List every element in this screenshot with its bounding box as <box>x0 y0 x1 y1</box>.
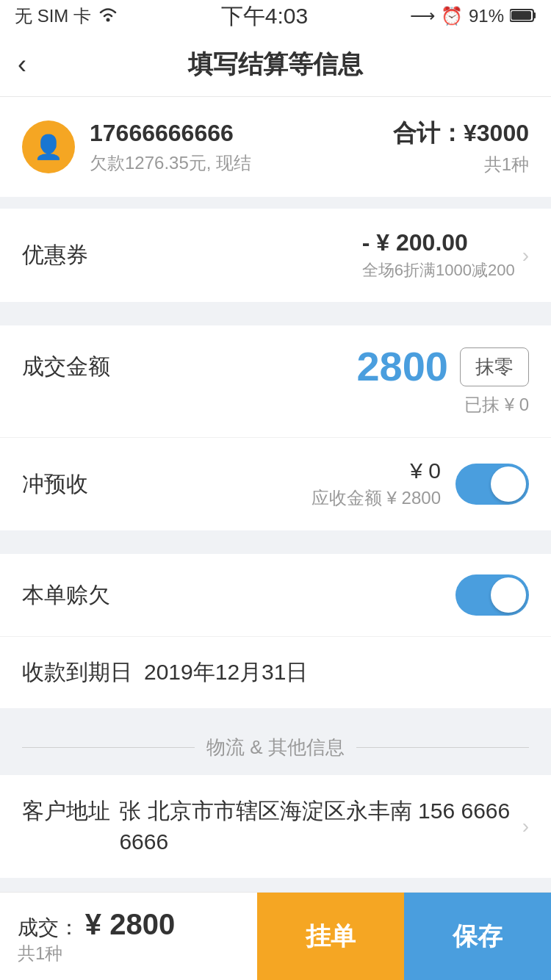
duedate-value: 2019年12月31日 <box>144 657 308 688</box>
customer-info: 17666666666 欠款1276.35元, 现结 <box>90 120 251 175</box>
duedate-section: 收款到期日 2019年12月31日 <box>0 636 551 708</box>
wifi-icon <box>97 6 119 26</box>
battery-percent: 91% <box>469 6 504 26</box>
amount-value: 2800 <box>356 346 448 387</box>
status-left: 无 SIM 卡 <box>15 4 119 28</box>
battery-icon <box>510 6 536 26</box>
separator-1 <box>0 314 551 325</box>
total-count: 共1种 <box>393 153 529 176</box>
precharge-right: ¥ 0 应收金额 ¥ 2800 <box>311 458 529 510</box>
summary-label: 成交： <box>18 916 79 939</box>
amount-label: 成交金额 <box>22 352 110 382</box>
customer-debt: 欠款1276.35元, 现结 <box>90 151 251 175</box>
alarm-icon: ⏰ <box>441 6 463 26</box>
address-label: 客户地址 <box>22 796 101 826</box>
avatar: 👤 <box>22 120 75 173</box>
total-amount: 合计：¥3000 <box>393 118 529 150</box>
svg-rect-3 <box>511 11 531 20</box>
coupon-label: 优惠券 <box>22 240 88 270</box>
logistics-text: 物流 & 其他信息 <box>206 735 345 760</box>
precharge-amount: ¥ 0 应收金额 ¥ 2800 <box>311 458 441 510</box>
precharge-toggle[interactable] <box>455 464 529 505</box>
hold-button[interactable]: 挂单 <box>257 893 404 981</box>
debt-section: 本单赊欠 <box>0 554 551 636</box>
bottom-summary: 成交： ¥ 2800 共1种 <box>0 908 257 965</box>
duedate-label: 收款到期日 <box>22 657 132 688</box>
logistics-divider: 物流 & 其他信息 <box>0 720 551 775</box>
status-right: ⟶ ⏰ 91% <box>410 6 536 26</box>
customer-phone: 17666666666 <box>90 120 251 147</box>
coupon-chevron-icon: › <box>522 244 529 267</box>
location-icon: ⟶ <box>410 6 435 26</box>
precharge-value: ¥ 0 <box>311 458 441 483</box>
separator-2 <box>0 530 551 542</box>
debt-label: 本单赊欠 <box>22 580 110 610</box>
svg-rect-2 <box>533 12 536 18</box>
avatar-icon: 👤 <box>34 133 63 161</box>
nav-bar: ‹ 填写结算等信息 <box>0 32 551 97</box>
customer-section: 👤 17666666666 欠款1276.35元, 现结 合计：¥3000 共1… <box>0 97 551 197</box>
bottom-label: 成交： ¥ 2800 <box>18 908 240 942</box>
main-content: 👤 17666666666 欠款1276.35元, 现结 合计：¥3000 共1… <box>0 97 551 973</box>
address-value: 张 北京市市辖区海淀区永丰南 156 6666 6666 <box>119 796 522 857</box>
coupon-desc: 全场6折满1000减200 <box>362 259 515 281</box>
precharge-label: 冲预收 <box>22 469 88 500</box>
coupon-section[interactable]: 优惠券 - ¥ 200.00 全场6折满1000减200 › <box>0 209 551 302</box>
bottom-bar: 成交： ¥ 2800 共1种 挂单 保存 <box>0 892 551 980</box>
precharge-section: 冲预收 ¥ 0 应收金额 ¥ 2800 <box>0 437 551 530</box>
save-button[interactable]: 保存 <box>404 893 551 981</box>
sim-status: 无 SIM 卡 <box>15 4 91 28</box>
customer-left: 👤 17666666666 欠款1276.35元, 现结 <box>22 120 251 175</box>
amount-section: 成交金额 2800 抹零 已抹 ¥ 0 <box>0 325 551 437</box>
address-section[interactable]: 客户地址 张 北京市市辖区海淀区永丰南 156 6666 6666 › <box>0 775 551 878</box>
address-chevron-icon: › <box>522 815 529 838</box>
amount-row: 成交金额 2800 抹零 <box>22 346 529 387</box>
status-time: 下午4:03 <box>221 1 308 32</box>
page-title: 填写结算等信息 <box>188 48 363 82</box>
toggle-circle <box>491 466 526 502</box>
round-zero-button[interactable]: 抹零 <box>460 347 529 386</box>
debt-toggle-circle <box>491 577 526 613</box>
summary-count: 共1种 <box>18 942 240 965</box>
precharge-sub: 应收金额 ¥ 2800 <box>311 486 441 510</box>
precharge-row: 冲预收 ¥ 0 应收金额 ¥ 2800 <box>22 458 529 510</box>
amount-sub: 已抹 ¥ 0 <box>22 393 529 417</box>
amount-right: 2800 抹零 <box>356 346 529 387</box>
back-button[interactable]: ‹ <box>18 49 26 80</box>
customer-right: 合计：¥3000 共1种 <box>393 118 529 176</box>
debt-toggle[interactable] <box>455 574 529 616</box>
coupon-value: - ¥ 200.00 <box>362 229 515 256</box>
summary-amount: ¥ 2800 <box>85 908 175 940</box>
status-bar: 无 SIM 卡 下午4:03 ⟶ ⏰ 91% <box>0 0 551 32</box>
address-left: 客户地址 张 北京市市辖区海淀区永丰南 156 6666 6666 <box>22 796 522 857</box>
svg-point-0 <box>107 18 110 22</box>
